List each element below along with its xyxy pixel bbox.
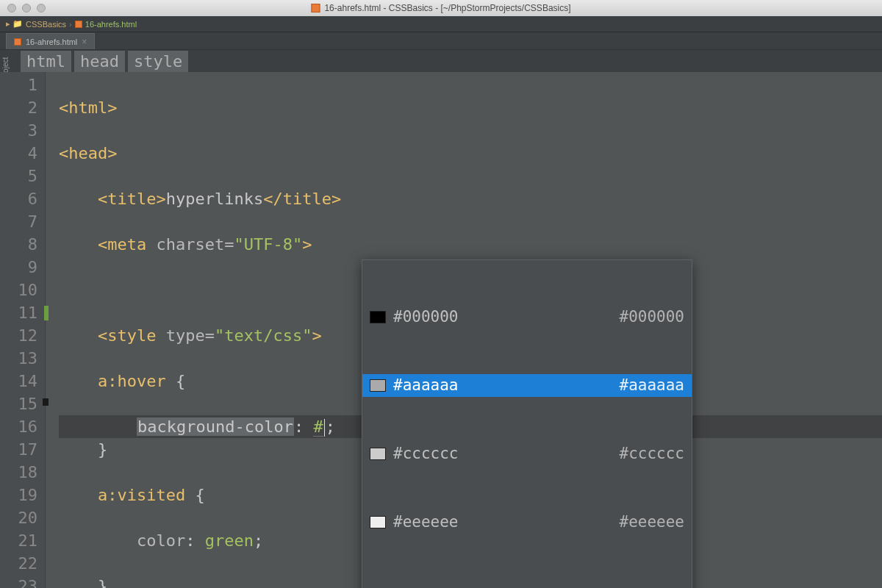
line-number: 22	[0, 552, 37, 575]
nav-file[interactable]: 16-ahrefs.html	[85, 20, 137, 29]
line-number: 14	[0, 370, 37, 392]
completion-hint: #eeeeee	[619, 511, 684, 534]
code-area[interactable]: <html> <head> <title>hyperlinks</title> …	[46, 72, 882, 588]
code-line[interactable]: <head>	[59, 142, 882, 165]
line-number: 8	[0, 233, 37, 256]
line-number: 19	[0, 484, 37, 506]
nav-folder[interactable]: CSSBasics	[26, 20, 66, 29]
breadcrumb-item[interactable]: html	[21, 51, 71, 72]
line-number: 17	[0, 438, 37, 461]
close-icon[interactable]: ×	[82, 37, 87, 47]
file-icon	[75, 21, 82, 28]
file-type-icon	[14, 38, 21, 46]
line-number: 16	[0, 415, 37, 438]
code-line[interactable]: <title>hyperlinks</title>	[59, 187, 882, 210]
code-completion-popup[interactable]: #000000 #000000 #aaaaaa #aaaaaa #cccccc …	[362, 259, 692, 588]
chevron-right-icon: ›	[69, 20, 72, 29]
breadcrumb: html head style	[0, 50, 882, 72]
line-number: 2	[0, 96, 37, 119]
line-number: 23	[0, 575, 37, 588]
code-line[interactable]: <html>	[59, 96, 882, 119]
completion-footer: Press ^. to choose the selected (or firs…	[362, 579, 692, 588]
close-window-button[interactable]	[7, 4, 16, 12]
completion-item[interactable]: #cccccc #cccccc	[362, 442, 692, 465]
completion-item[interactable]: #eeeeee #eeeeee	[362, 511, 692, 534]
line-number: 6	[0, 187, 37, 210]
completion-label: #cccccc	[393, 442, 612, 465]
line-number: 21	[0, 529, 37, 552]
completion-hint: #000000	[619, 306, 684, 329]
window-title-text: 16-ahrefs.html - CSSBasics - [~/PhpStorm…	[324, 3, 570, 13]
line-number: 9	[0, 256, 37, 279]
completion-label: #aaaaaa	[393, 374, 612, 397]
completion-item[interactable]: #000000 #000000	[362, 306, 692, 329]
color-swatch-icon	[370, 516, 386, 528]
color-swatch-icon	[370, 448, 386, 460]
breadcrumb-item[interactable]: style	[128, 51, 188, 72]
line-number: 15	[0, 392, 37, 415]
line-number: 7	[0, 210, 37, 233]
line-number: 5	[0, 165, 37, 187]
folder-icon: ▸ 📁	[6, 19, 23, 29]
line-number: 1	[0, 74, 37, 96]
line-number: 12	[0, 324, 37, 347]
completion-item-selected[interactable]: #aaaaaa #aaaaaa	[362, 374, 692, 397]
completion-label: #eeeeee	[393, 511, 612, 534]
line-number: 20	[0, 506, 37, 529]
code-line[interactable]: <meta charset="UTF-8">	[59, 233, 882, 256]
line-gutter: 1 2 3 4 5 6 7 8 9 10 11 12 13 14 15 16 1…	[0, 72, 46, 588]
completion-more-icon[interactable]: >> π	[666, 581, 686, 588]
tab-label: 16-ahrefs.html	[26, 37, 77, 46]
code-editor[interactable]: 1 2 3 4 5 6 7 8 9 10 11 12 13 14 15 16 1…	[0, 72, 882, 588]
color-swatch-icon	[370, 379, 386, 392]
tab-16-ahrefs[interactable]: 16-ahrefs.html ×	[6, 33, 95, 49]
window-titlebar: 16-ahrefs.html - CSSBasics - [~/PhpStorm…	[0, 0, 882, 16]
traffic-lights	[0, 4, 46, 12]
app-icon	[311, 4, 320, 12]
completion-label: #000000	[393, 306, 612, 329]
line-number: 18	[0, 461, 37, 484]
line-number: 10	[0, 279, 37, 301]
color-swatch-icon	[370, 311, 386, 323]
navigation-bar: ▸ 📁 CSSBasics › 16-ahrefs.html	[0, 16, 882, 32]
text-caret	[324, 419, 325, 437]
line-number: 11	[0, 301, 37, 324]
line-number: 3	[0, 119, 37, 142]
editor-tabs: 16-ahrefs.html ×	[0, 32, 882, 50]
completion-hint: #cccccc	[619, 442, 684, 465]
breadcrumb-item[interactable]: head	[74, 51, 125, 72]
zoom-window-button[interactable]	[37, 4, 46, 12]
window-title: 16-ahrefs.html - CSSBasics - [~/PhpStorm…	[311, 3, 570, 13]
completion-hint-text: Press ^. to choose the selected (or firs…	[368, 581, 650, 588]
minimize-window-button[interactable]	[22, 4, 31, 12]
completion-hint: #aaaaaa	[619, 374, 684, 397]
line-number: 4	[0, 142, 37, 165]
line-number: 13	[0, 347, 37, 370]
